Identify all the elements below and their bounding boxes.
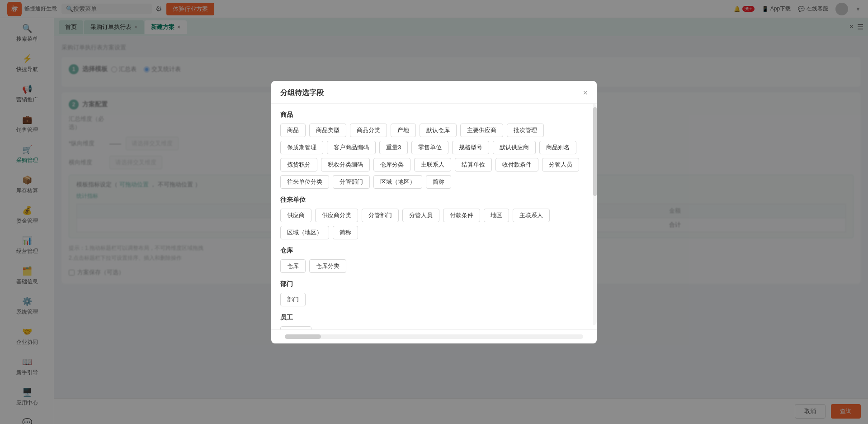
- field-tag-0-12[interactable]: 默认供应商: [493, 141, 536, 154]
- field-tag-0-5[interactable]: 主要供应商: [460, 124, 503, 137]
- field-tag-1-4[interactable]: 付款条件: [443, 209, 480, 222]
- field-tag-0-14[interactable]: 拣货积分: [280, 158, 317, 172]
- field-section-title-2: 仓库: [280, 247, 588, 255]
- field-tag-0-24[interactable]: 简称: [426, 175, 451, 189]
- field-tag-0-22[interactable]: 分管部门: [333, 175, 370, 189]
- modal-vscroll-thumb: [593, 107, 597, 196]
- modal-hscroll[interactable]: [285, 334, 583, 339]
- field-tag-0-6[interactable]: 批次管理: [507, 124, 544, 137]
- field-tag-0-19[interactable]: 收付款条件: [495, 158, 538, 172]
- field-tag-1-3[interactable]: 分管人员: [402, 209, 439, 222]
- hscroll-thumb: [285, 334, 321, 339]
- field-tag-1-7[interactable]: 区域（地区）: [280, 226, 329, 239]
- modal-footer: [271, 329, 597, 343]
- field-tag-1-6[interactable]: 主联系人: [513, 209, 550, 222]
- field-tag-1-5[interactable]: 地区: [484, 209, 509, 222]
- field-tags-2: 仓库仓库分类: [280, 259, 588, 273]
- field-tag-0-21[interactable]: 往来单位分类: [280, 175, 329, 189]
- modal-close-button[interactable]: ×: [583, 88, 588, 98]
- field-tag-0-4[interactable]: 默认仓库: [420, 124, 457, 137]
- field-tag-0-11[interactable]: 规格型号: [452, 141, 489, 154]
- field-section-title-0: 商品: [280, 111, 588, 119]
- field-tag-2-0[interactable]: 仓库: [280, 259, 306, 273]
- field-tag-0-8[interactable]: 客户商品编码: [327, 141, 376, 154]
- field-section-0: 商品商品商品类型商品分类产地默认仓库主要供应商批次管理保质期管理客户商品编码重量…: [280, 111, 588, 189]
- field-tag-4-0[interactable]: 业务员: [280, 326, 311, 329]
- field-tag-3-0[interactable]: 部门: [280, 293, 306, 306]
- field-tag-0-9[interactable]: 重量3: [379, 141, 408, 154]
- field-section-1: 往来单位供应商供应商分类分管部门分管人员付款条件地区主联系人区域（地区）简称: [280, 196, 588, 239]
- field-tag-0-0[interactable]: 商品: [280, 124, 306, 137]
- field-tag-1-1[interactable]: 供应商分类: [315, 209, 358, 222]
- field-tag-1-2[interactable]: 分管部门: [362, 209, 399, 222]
- field-tag-0-18[interactable]: 结算单位: [455, 158, 492, 172]
- field-tag-0-16[interactable]: 仓库分类: [373, 158, 410, 172]
- modal-dialog: 分组待选字段 × 商品商品商品类型商品分类产地默认仓库主要供应商批次管理保质期管…: [271, 81, 597, 343]
- field-tag-0-23[interactable]: 区域（地区）: [373, 175, 422, 189]
- field-tags-1: 供应商供应商分类分管部门分管人员付款条件地区主联系人区域（地区）简称: [280, 209, 588, 239]
- modal-body: 商品商品商品类型商品分类产地默认仓库主要供应商批次管理保质期管理客户商品编码重量…: [271, 104, 597, 329]
- field-tag-0-7[interactable]: 保质期管理: [280, 141, 323, 154]
- field-section-4: 员工业务员: [280, 314, 588, 329]
- field-tags-4: 业务员: [280, 326, 588, 329]
- field-section-2: 仓库仓库仓库分类: [280, 247, 588, 273]
- modal-overlay: 分组待选字段 × 商品商品商品类型商品分类产地默认仓库主要供应商批次管理保质期管…: [0, 0, 868, 424]
- field-section-title-4: 员工: [280, 314, 588, 322]
- field-section-3: 部门部门: [280, 280, 588, 306]
- field-tag-0-13[interactable]: 商品别名: [539, 141, 576, 154]
- field-tag-0-2[interactable]: 商品分类: [350, 124, 387, 137]
- field-tag-0-20[interactable]: 分管人员: [542, 158, 579, 172]
- modal-header: 分组待选字段 ×: [271, 81, 597, 104]
- field-section-title-3: 部门: [280, 280, 588, 288]
- modal-title: 分组待选字段: [280, 88, 324, 98]
- field-tag-0-3[interactable]: 产地: [391, 124, 416, 137]
- field-tag-2-1[interactable]: 仓库分类: [309, 259, 346, 273]
- modal-vscroll-track[interactable]: [593, 104, 597, 325]
- field-tag-0-17[interactable]: 主联系人: [414, 158, 451, 172]
- field-tags-0: 商品商品类型商品分类产地默认仓库主要供应商批次管理保质期管理客户商品编码重量3零…: [280, 124, 588, 189]
- field-tag-0-1[interactable]: 商品类型: [309, 124, 346, 137]
- field-tag-0-15[interactable]: 税收分类编码: [321, 158, 370, 172]
- field-tag-0-10[interactable]: 零售单位: [411, 141, 448, 154]
- field-tags-3: 部门: [280, 293, 588, 306]
- field-tag-1-8[interactable]: 简称: [333, 226, 358, 239]
- field-section-title-1: 往来单位: [280, 196, 588, 204]
- field-tag-1-0[interactable]: 供应商: [280, 209, 311, 222]
